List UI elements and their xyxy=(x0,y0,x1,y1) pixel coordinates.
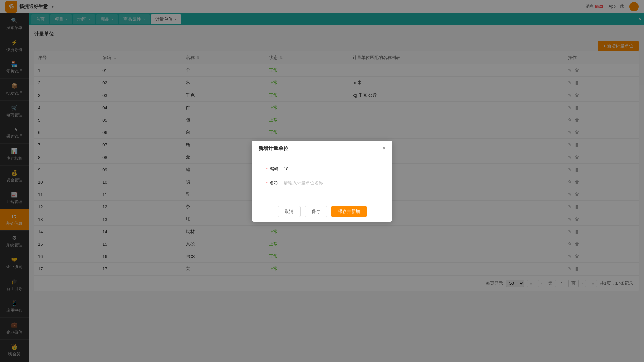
add-unit-modal: 新增计量单位 × * 编码 * 名称 取消 保存 保存并新增 xyxy=(252,141,392,222)
form-label-name: * 名称 xyxy=(258,180,278,186)
form-row-code: * 编码 xyxy=(258,165,386,173)
required-mark-code: * xyxy=(266,166,268,171)
modal-footer: 取消 保存 保存并新增 xyxy=(252,201,392,222)
modal-title: 新增计量单位 xyxy=(258,145,288,152)
cancel-button[interactable]: 取消 xyxy=(278,206,301,217)
form-row-name: * 名称 xyxy=(258,179,386,187)
save-new-button[interactable]: 保存并新增 xyxy=(331,206,367,217)
modal-overlay[interactable]: 新增计量单位 × * 编码 * 名称 取消 保存 保存并新增 xyxy=(0,0,644,362)
modal-header: 新增计量单位 × xyxy=(252,141,392,157)
modal-close-btn[interactable]: × xyxy=(383,145,386,152)
form-label-code: * 编码 xyxy=(258,166,278,172)
name-label-text: 名称 xyxy=(270,180,278,185)
code-input[interactable] xyxy=(282,165,386,173)
save-button[interactable]: 保存 xyxy=(305,206,327,217)
required-mark-name: * xyxy=(266,180,268,185)
code-label-text: 编码 xyxy=(270,166,278,171)
name-input[interactable] xyxy=(282,179,386,187)
modal-body: * 编码 * 名称 xyxy=(252,157,392,201)
